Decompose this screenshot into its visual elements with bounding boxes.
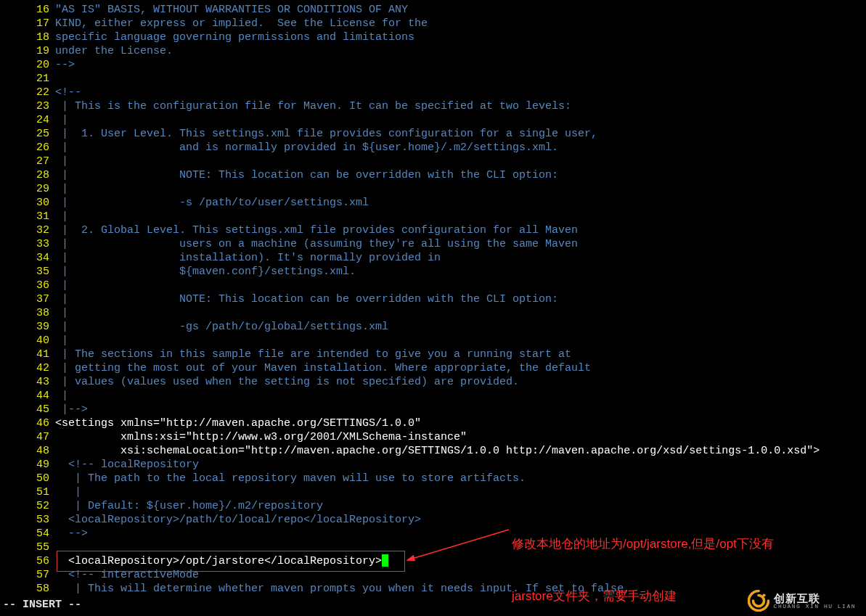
line-number: 52	[0, 499, 55, 513]
logo-icon	[748, 590, 769, 612]
line-number: 58	[0, 582, 55, 596]
line-number: 47	[0, 430, 55, 444]
line-number: 56	[0, 554, 55, 568]
logo-text-cn: 创新互联	[774, 593, 856, 604]
code-line[interactable]: 45 |-->	[0, 403, 866, 416]
annotation-line-2: jarstore文件夹，需要手动创建	[512, 588, 774, 605]
line-number: 41	[0, 348, 55, 361]
line-content: |	[55, 113, 68, 127]
line-content: |	[55, 155, 68, 168]
line-number: 40	[0, 334, 55, 348]
code-line[interactable]: 19under the License.	[0, 44, 866, 58]
line-number: 49	[0, 458, 55, 472]
line-content: | installation). It's normally provided …	[55, 251, 441, 265]
line-content: under the License.	[55, 44, 173, 58]
code-line[interactable]: 29 |	[0, 182, 866, 196]
code-line[interactable]: 51 |	[0, 485, 866, 499]
code-line[interactable]: 25 | 1. User Level. This settings.xml fi…	[0, 127, 866, 141]
line-number: 51	[0, 485, 55, 499]
watermark-logo: 创新互联 CHUANG XIN HU LIAN	[748, 590, 856, 612]
line-content: | NOTE: This location can be overridden …	[55, 292, 558, 306]
logo-text-en: CHUANG XIN HU LIAN	[774, 604, 856, 609]
line-content: -->	[55, 527, 88, 541]
code-line[interactable]: 47 xmlns:xsi="http://www.w3.org/2001/XML…	[0, 430, 866, 444]
line-number: 34	[0, 251, 55, 265]
code-line[interactable]: 50 | The path to the local repository ma…	[0, 472, 866, 485]
line-number: 50	[0, 472, 55, 485]
code-line[interactable]: 21	[0, 72, 866, 86]
code-line[interactable]: 30 | -s /path/to/user/settings.xml	[0, 196, 866, 210]
annotation-text: 修改本地仓的地址为/opt/jarstore,但是/opt下没有 jarstor…	[512, 501, 774, 616]
line-number: 44	[0, 389, 55, 403]
line-content: <settings xmlns="http://maven.apache.org…	[55, 416, 421, 430]
line-content: | 1. User Level. This settings.xml file …	[55, 127, 597, 141]
code-line[interactable]: 23 | This is the configuration file for …	[0, 99, 866, 113]
svg-point-2	[762, 594, 765, 596]
line-number: 18	[0, 30, 55, 44]
code-line[interactable]: 48 xsi:schemaLocation="http://maven.apac…	[0, 444, 866, 458]
code-line[interactable]: 33 | users on a machine (assuming they'r…	[0, 237, 866, 251]
line-number: 57	[0, 568, 55, 582]
line-number: 17	[0, 17, 55, 30]
line-number: 42	[0, 361, 55, 375]
code-line[interactable]: 24 |	[0, 113, 866, 127]
code-line[interactable]: 22<!--	[0, 86, 866, 99]
code-line[interactable]: 28 | NOTE: This location can be overridd…	[0, 168, 866, 182]
line-content: xsi:schemaLocation="http://maven.apache.…	[55, 444, 820, 458]
line-number: 43	[0, 375, 55, 389]
line-number: 30	[0, 196, 55, 210]
line-content: | -s /path/to/user/settings.xml	[55, 196, 369, 210]
line-content: "AS IS" BASIS, WITHOUT WARRANTIES OR CON…	[55, 3, 408, 17]
line-number: 22	[0, 86, 55, 99]
line-content: | ${maven.conf}/settings.xml.	[55, 265, 356, 279]
line-content: |	[55, 485, 81, 499]
code-line[interactable]: 35 | ${maven.conf}/settings.xml.	[0, 265, 866, 279]
code-line[interactable]: 37 | NOTE: This location can be overridd…	[0, 292, 866, 306]
line-number: 32	[0, 223, 55, 237]
code-line[interactable]: 40 |	[0, 334, 866, 348]
line-content: | getting the most out of your Maven ins…	[55, 361, 591, 375]
code-line[interactable]: 31 |	[0, 210, 866, 223]
code-line[interactable]: 16"AS IS" BASIS, WITHOUT WARRANTIES OR C…	[0, 3, 866, 17]
line-content: <localRepository>/path/to/local/repo</lo…	[55, 513, 421, 527]
code-line[interactable]: 41 | The sections in this sample file ar…	[0, 348, 866, 361]
line-number: 38	[0, 306, 55, 320]
code-line[interactable]: 17KIND, either express or implied. See t…	[0, 17, 866, 30]
code-line[interactable]: 49 <!-- localRepository	[0, 458, 866, 472]
line-content: |	[55, 279, 68, 292]
line-number: 27	[0, 155, 55, 168]
line-content: | The sections in this sample file are i…	[55, 348, 571, 361]
line-content: |	[55, 182, 68, 196]
line-number: 48	[0, 444, 55, 458]
code-line[interactable]: 26 | and is normally provided in ${user.…	[0, 141, 866, 155]
code-line[interactable]: 34 | installation). It's normally provid…	[0, 251, 866, 265]
line-content: | and is normally provided in ${user.hom…	[55, 141, 558, 155]
line-content: <!-- interactiveMode	[55, 568, 199, 582]
code-line[interactable]: 42 | getting the most out of your Maven …	[0, 361, 866, 375]
line-content: <localRepository>/opt/jarstore</localRep…	[55, 554, 382, 568]
line-content: |	[55, 210, 68, 223]
line-number: 37	[0, 292, 55, 306]
line-number: 53	[0, 513, 55, 527]
line-number: 54	[0, 527, 55, 541]
code-line[interactable]: 43 | values (values used when the settin…	[0, 375, 866, 389]
annotation-line-1: 修改本地仓的地址为/opt/jarstore,但是/opt下没有	[512, 535, 774, 553]
line-content: |-->	[55, 403, 88, 416]
code-line[interactable]: 27 |	[0, 155, 866, 168]
line-number: 36	[0, 279, 55, 292]
line-content: | 2. Global Level. This settings.xml fil…	[55, 223, 578, 237]
code-line[interactable]: 39 | -gs /path/to/global/settings.xml	[0, 320, 866, 334]
code-line[interactable]: 44 |	[0, 389, 866, 403]
line-number: 24	[0, 113, 55, 127]
code-line[interactable]: 18specific language governing permission…	[0, 30, 866, 44]
line-content: | users on a machine (assuming they're a…	[55, 237, 578, 251]
code-line[interactable]: 36 |	[0, 279, 866, 292]
code-line[interactable]: 46<settings xmlns="http://maven.apache.o…	[0, 416, 866, 430]
line-number: 45	[0, 403, 55, 416]
code-line[interactable]: 38 |	[0, 306, 866, 320]
line-content: | -gs /path/to/global/settings.xml	[55, 320, 388, 334]
line-number: 19	[0, 44, 55, 58]
line-content: | NOTE: This location can be overridden …	[55, 168, 558, 182]
code-line[interactable]: 32 | 2. Global Level. This settings.xml …	[0, 223, 866, 237]
code-line[interactable]: 20-->	[0, 58, 866, 72]
